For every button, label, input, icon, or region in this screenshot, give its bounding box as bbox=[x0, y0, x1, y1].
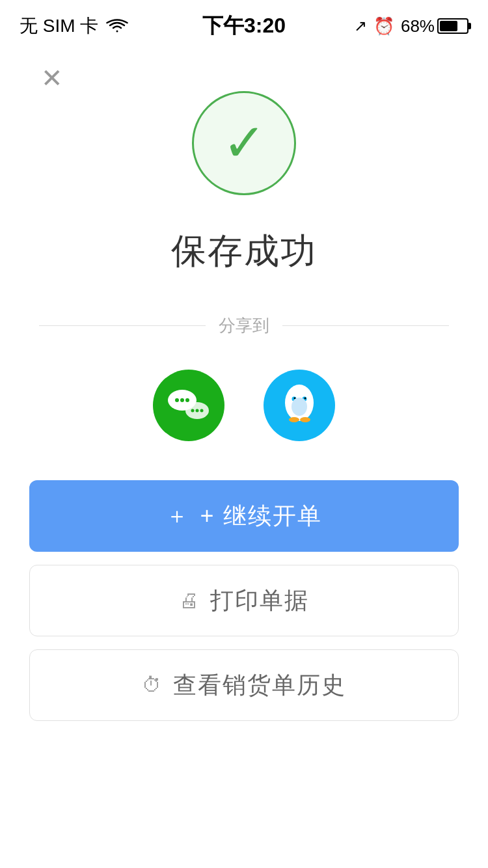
svg-point-5 bbox=[191, 409, 195, 413]
wechat-icon bbox=[166, 386, 211, 425]
location-icon: ↗ bbox=[354, 17, 367, 35]
success-title: 保存成功 bbox=[171, 228, 317, 275]
continue-order-button[interactable]: ＋ + 继续开单 bbox=[29, 480, 459, 552]
close-icon: ✕ bbox=[41, 65, 63, 91]
battery-bar bbox=[437, 18, 468, 34]
svg-point-6 bbox=[196, 409, 199, 413]
svg-point-2 bbox=[180, 398, 184, 402]
share-icons bbox=[153, 370, 335, 441]
battery-fill bbox=[440, 21, 457, 31]
close-button[interactable]: ✕ bbox=[33, 59, 72, 98]
print-icon: 🖨 bbox=[179, 590, 200, 612]
print-label: 打印单据 bbox=[210, 585, 309, 617]
success-circle: ✓ bbox=[192, 91, 296, 195]
status-right: ↗ ⏰ 68% bbox=[354, 16, 468, 36]
svg-point-1 bbox=[175, 398, 179, 402]
plus-icon: ＋ bbox=[166, 501, 189, 531]
checkmark-icon: ✓ bbox=[223, 117, 266, 169]
qq-icon bbox=[278, 382, 321, 429]
print-button[interactable]: 🖨 打印单据 bbox=[29, 565, 459, 636]
status-bar: 无 SIM 卡 下午3:20 ↗ ⏰ 68% bbox=[0, 0, 488, 52]
share-divider: 分享到 bbox=[0, 314, 488, 337]
history-button[interactable]: ⏱ 查看销货单历史 bbox=[29, 649, 459, 721]
svg-point-7 bbox=[200, 409, 204, 413]
divider-line-left bbox=[39, 325, 206, 326]
svg-point-3 bbox=[185, 398, 189, 402]
share-label: 分享到 bbox=[206, 314, 282, 337]
share-section: 分享到 bbox=[0, 314, 488, 441]
action-buttons: ＋ + 继续开单 🖨 打印单据 ⏱ 查看销货单历史 bbox=[0, 480, 488, 721]
svg-point-16 bbox=[291, 398, 307, 416]
history-label: 查看销货单历史 bbox=[173, 670, 346, 701]
qq-share-button[interactable] bbox=[264, 370, 335, 441]
svg-point-14 bbox=[289, 417, 299, 422]
wifi-icon bbox=[106, 18, 128, 34]
continue-order-label: + 继续开单 bbox=[200, 500, 321, 532]
divider-line-right bbox=[282, 325, 449, 326]
battery-percent: 68% bbox=[401, 16, 435, 36]
status-left: 无 SIM 卡 bbox=[20, 14, 128, 38]
clock-icon: ⏱ bbox=[142, 674, 163, 696]
wechat-share-button[interactable] bbox=[153, 370, 224, 441]
battery-indicator: 68% bbox=[401, 16, 468, 36]
svg-point-12 bbox=[304, 398, 306, 400]
alarm-icon: ⏰ bbox=[373, 16, 394, 36]
status-time: 下午3:20 bbox=[202, 12, 286, 40]
svg-point-15 bbox=[300, 417, 310, 422]
main-content: ✓ 保存成功 分享到 bbox=[0, 52, 488, 721]
no-sim-label: 无 SIM 卡 bbox=[20, 14, 98, 38]
